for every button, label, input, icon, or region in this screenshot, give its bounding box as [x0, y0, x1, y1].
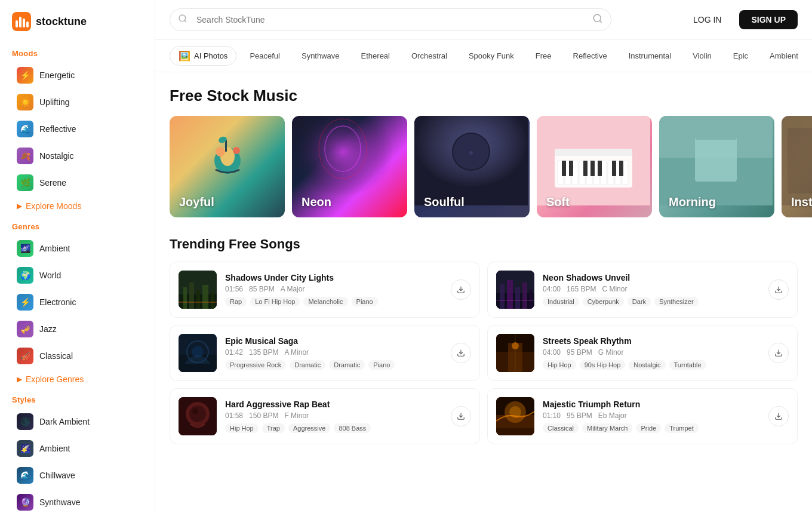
download-icon-1 — [457, 285, 465, 294]
svg-rect-38 — [612, 161, 616, 176]
search-bar — [170, 8, 611, 31]
nostalgic-icon: 🍂 — [17, 148, 33, 164]
song-title-5: Hard Aggressive Rap Beat — [225, 400, 442, 409]
mood-card-morning[interactable]: Morning — [659, 116, 774, 217]
sidebar-item-chillwave[interactable]: 🌊 Chillwave — [5, 462, 150, 489]
sidebar-item-ambient-style[interactable]: 🌠 Ambient — [5, 435, 150, 462]
download-icon-2 — [774, 285, 783, 294]
filter-tag-epic[interactable]: Epic — [725, 48, 756, 64]
download-button-1[interactable] — [451, 279, 471, 300]
song-tags-1: Rap Lo Fi Hip Hop Melancholic Piano — [225, 297, 442, 306]
world-genre-icon: 🌍 — [17, 267, 33, 284]
ai-photos-button[interactable]: 🖼️ AI Photos — [170, 46, 236, 66]
energetic-icon: ⚡ — [17, 67, 33, 84]
svg-rect-60 — [515, 287, 520, 309]
song-card-5[interactable]: Hard Aggressive Rap Beat 01:58 150 BPM F… — [170, 388, 480, 444]
sidebar-item-jazz[interactable]: 🎺 Jazz — [5, 316, 150, 342]
explore-genres-link[interactable]: ▶ Explore Genres — [5, 370, 150, 389]
search-input[interactable] — [170, 8, 611, 31]
svg-rect-33 — [562, 161, 566, 176]
download-button-5[interactable] — [451, 406, 471, 426]
download-button-2[interactable] — [768, 279, 789, 300]
sidebar-item-reflective[interactable]: 🌊 Reflective — [5, 116, 150, 142]
song-key-2: C Minor — [602, 285, 627, 293]
sidebar-item-electronic[interactable]: ⚡ Electronic — [5, 289, 150, 315]
song-tag-5-0: Hip Hop — [225, 423, 259, 433]
song-tag-4-3: Turntable — [669, 360, 706, 370]
logo: stocktune — [0, 12, 155, 43]
song-tag-1-1: Lo Fi Hip Hop — [250, 297, 300, 306]
download-button-6[interactable] — [768, 406, 789, 426]
sidebar-item-nostalgic[interactable]: 🍂 Nostalgic — [5, 143, 150, 169]
song-duration-1: 01:56 — [225, 285, 243, 293]
svg-point-6 — [593, 14, 601, 21]
song-card-4[interactable]: Streets Speak Rhythm 04:00 95 BPM G Mino… — [487, 325, 798, 381]
song-card-2[interactable]: Neon Shadows Unveil 04:00 165 BPM C Mino… — [487, 262, 798, 318]
song-tag-3-2: Dramatic — [329, 360, 365, 370]
sidebar-item-energetic[interactable]: ⚡ Energetic — [5, 62, 150, 88]
svg-rect-1 — [16, 20, 18, 27]
svg-rect-50 — [189, 282, 194, 309]
signup-button[interactable]: SIGN UP — [739, 10, 798, 29]
mood-card-neon[interactable]: Neon — [292, 116, 407, 217]
sidebar-item-uplifting[interactable]: ☀️ Uplifting — [5, 89, 150, 115]
song-tag-4-1: 90s Hip Hop — [580, 360, 626, 370]
logo-icon — [12, 12, 31, 31]
svg-rect-61 — [522, 282, 527, 309]
song-card-3[interactable]: Epic Musical Saga 01:42 135 BPM A Minor … — [170, 325, 480, 381]
song-bpm-4: 95 BPM — [567, 348, 592, 357]
filter-tag-violin[interactable]: Violin — [684, 48, 720, 64]
content-area: Free Stock Music Joyful — [155, 72, 812, 513]
moods-section-title: Moods — [0, 43, 155, 62]
song-meta-6: 01:10 95 BPM Eb Major — [543, 411, 760, 420]
search-submit-icon[interactable] — [592, 13, 603, 26]
filter-tag-synthwave[interactable]: Synthwave — [293, 48, 348, 64]
song-tags-6: Classical Military March Pride Trumpet — [543, 423, 760, 433]
filter-tag-ambient[interactable]: Ambient — [761, 48, 807, 64]
download-icon-6 — [774, 412, 783, 420]
song-key-5: F Minor — [284, 411, 309, 420]
song-bpm-1: 85 BPM — [249, 285, 275, 293]
song-tag-2-1: Cyberpunk — [583, 297, 624, 306]
svg-rect-53 — [211, 292, 214, 309]
mood-card-instrumental[interactable]: Instrumen... — [782, 116, 812, 217]
filter-tag-reflective[interactable]: Reflective — [565, 48, 616, 64]
song-bpm-3: 135 BPM — [249, 348, 278, 357]
explore-moods-link[interactable]: ▶ Explore Moods — [5, 196, 150, 216]
song-card-1[interactable]: Shadows Under City Lights 01:56 85 BPM A… — [170, 262, 480, 318]
song-info-3: Epic Musical Saga 01:42 135 BPM A Minor … — [225, 336, 442, 370]
filter-tag-orchestral[interactable]: Orchestral — [403, 48, 456, 64]
sidebar-item-classical[interactable]: 🎻 Classical — [5, 343, 150, 369]
filter-tag-spooky-funk[interactable]: Spooky Funk — [460, 48, 522, 64]
download-button-4[interactable] — [768, 343, 789, 363]
ambient-genre-icon: 🌌 — [17, 240, 33, 257]
login-button[interactable]: LOG IN — [682, 10, 732, 29]
svg-point-78 — [189, 406, 206, 422]
mood-card-joyful[interactable]: Joyful — [170, 116, 285, 217]
mood-card-soft[interactable]: Soft — [537, 116, 652, 217]
sidebar-item-world[interactable]: 🌍 World — [5, 262, 150, 288]
song-title-6: Majestic Triumph Return — [543, 400, 760, 409]
song-title-2: Neon Shadows Unveil — [543, 273, 760, 282]
song-duration-3: 01:42 — [225, 348, 243, 357]
download-button-3[interactable] — [451, 343, 471, 363]
song-tags-4: Hip Hop 90s Hip Hop Nostalgic Turntable — [543, 360, 760, 370]
filter-tag-peaceful[interactable]: Peaceful — [241, 48, 288, 64]
sidebar-item-ambient[interactable]: 🌌 Ambient — [5, 235, 150, 262]
logo-text: stocktune — [36, 16, 87, 28]
explore-genres-arrow-icon: ▶ — [17, 375, 22, 383]
sidebar-item-synthwave[interactable]: 🔮 Synthwave — [5, 489, 150, 513]
mood-card-soulful[interactable]: Soulful — [414, 116, 530, 217]
filter-tag-ethereal[interactable]: Ethereal — [353, 48, 398, 64]
sidebar-item-dark-ambient[interactable]: 🌑 Dark Ambient — [5, 408, 150, 435]
song-tag-3-3: Piano — [368, 360, 395, 370]
filter-tag-free[interactable]: Free — [527, 48, 560, 64]
svg-rect-85 — [496, 428, 534, 435]
song-bpm-5: 150 BPM — [249, 411, 278, 420]
svg-point-79 — [192, 408, 198, 414]
filter-tag-instrumental[interactable]: Instrumental — [620, 48, 680, 64]
song-card-6[interactable]: Majestic Triumph Return 01:10 95 BPM Eb … — [487, 388, 798, 444]
header: LOG IN SIGN UP — [155, 0, 812, 40]
svg-rect-36 — [590, 161, 595, 176]
sidebar-item-serene[interactable]: 🌿 Serene — [5, 170, 150, 196]
